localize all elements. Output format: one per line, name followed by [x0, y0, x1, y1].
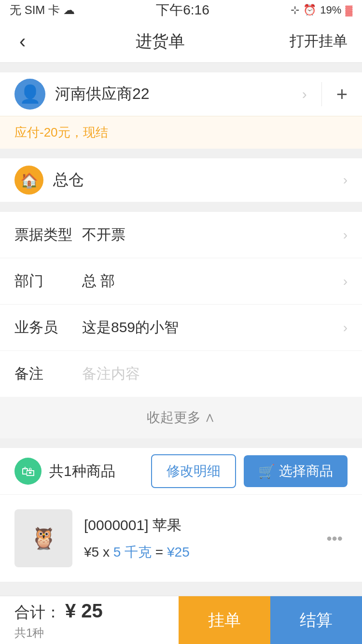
owl-icon: 🦉 — [30, 526, 57, 551]
unit-price: ¥5 — [84, 545, 99, 560]
price-x: x — [103, 545, 113, 560]
product-icon-wrap: 🛍 — [14, 458, 42, 485]
product-item: 🦉 [0000001] 苹果 ¥5 x 5 千克 = ¥25 ••• — [0, 494, 362, 582]
total-label: 合计： — [14, 603, 61, 621]
select-product-button[interactable]: 🛒 选择商品 — [244, 455, 348, 487]
cart-icon: 🛒 — [258, 463, 275, 479]
total-price: ¥25 — [167, 545, 190, 560]
supplier-chevron-icon: › — [302, 86, 307, 102]
back-button[interactable]: ‹ — [14, 26, 30, 57]
warehouse-row[interactable]: 🏠 总仓 › — [0, 158, 362, 202]
status-bar: 无 SIM 卡 ☁ 下午6:16 ⊹ ⏰ 19% ▓ — [0, 0, 362, 20]
unit: 千克 — [125, 545, 152, 560]
product-thumbnail: 🦉 — [14, 509, 72, 567]
quantity: 5 — [113, 545, 121, 560]
open-pending-button[interactable]: 打开挂单 — [290, 31, 348, 51]
total-main-row: 合计： ¥ 25 — [14, 600, 164, 623]
select-product-label: 选择商品 — [279, 462, 333, 480]
form-row-remark[interactable]: 备注 备注内容 — [0, 350, 362, 397]
form-row-salesman[interactable]: 业务员 这是859的小智 › — [0, 304, 362, 350]
total-count: 共1种 — [14, 625, 164, 641]
total-amount: ¥ 25 — [65, 600, 103, 621]
gap-4 — [0, 438, 362, 448]
total-area: 合计： ¥ 25 共1种 — [0, 600, 179, 641]
nav-bar: ‹ 进货单 打开挂单 — [0, 20, 362, 63]
product-price-row: ¥5 x 5 千克 = ¥25 — [84, 543, 310, 561]
page-title: 进货单 — [136, 30, 185, 53]
invoice-value: 不开票 — [82, 225, 343, 245]
gap-1 — [0, 63, 362, 72]
collapse-toggle[interactable]: 收起更多 ∧ — [0, 397, 362, 438]
product-code: [0000001] — [84, 517, 148, 533]
supplier-section: 👤 河南供应商22 › + 应付-20元，现结 — [0, 72, 362, 149]
warehouse-chevron-icon: › — [343, 172, 348, 188]
alarm-icon: ⏰ — [303, 4, 316, 16]
product-count-label: 共1种商品 — [49, 462, 151, 481]
status-right: ⊹ ⏰ 19% ▓ — [291, 4, 352, 16]
status-left: 无 SIM 卡 ☁ — [10, 2, 75, 18]
supplier-row[interactable]: 👤 河南供应商22 › + — [0, 72, 362, 116]
bottom-toolbar: 合计： ¥ 25 共1种 挂单 结算 — [0, 596, 362, 644]
sim-status: 无 SIM 卡 ☁ — [10, 2, 75, 18]
supplier-avatar-icon: 👤 — [19, 84, 41, 104]
battery-icon: ▓ — [345, 5, 352, 16]
battery-level: 19% — [320, 4, 341, 16]
invoice-label: 票据类型 — [14, 225, 82, 245]
supplier-notice: 应付-20元，现结 — [0, 116, 362, 149]
warehouse-label: 总仓 — [53, 169, 343, 191]
salesman-chevron-icon: › — [343, 320, 348, 336]
department-value: 总 部 — [82, 271, 343, 291]
product-section: 🛍 共1种商品 修改明细 🛒 选择商品 🦉 [0000001] 苹果 ¥5 — [0, 448, 362, 582]
product-bag-icon: 🛍 — [21, 463, 35, 479]
remark-input[interactable]: 备注内容 — [82, 364, 348, 384]
warehouse-icon-wrap: 🏠 — [14, 166, 43, 195]
status-time: 下午6:16 — [156, 1, 209, 19]
warehouse-section: 🏠 总仓 › — [0, 158, 362, 202]
product-title: 苹果 — [153, 517, 181, 533]
form-section: 票据类型 不开票 › 部门 总 部 › 业务员 这是859的小智 › 备注 备注… — [0, 211, 362, 397]
gap-2 — [0, 149, 362, 158]
product-more-button[interactable]: ••• — [321, 525, 348, 552]
gap-3 — [0, 202, 362, 211]
warehouse-icon: 🏠 — [20, 172, 38, 189]
form-row-department[interactable]: 部门 总 部 › — [0, 258, 362, 304]
salesman-label: 业务员 — [14, 318, 82, 337]
product-info: [0000001] 苹果 ¥5 x 5 千克 = ¥25 — [84, 516, 310, 561]
remark-label: 备注 — [14, 364, 82, 384]
invoice-chevron-icon: › — [343, 227, 348, 243]
department-label: 部门 — [14, 271, 82, 291]
equals-sign: = — [155, 545, 167, 560]
settle-button[interactable]: 结算 — [270, 596, 362, 644]
add-supplier-button[interactable]: + — [321, 82, 348, 106]
hang-order-button[interactable]: 挂单 — [179, 596, 270, 644]
supplier-name: 河南供应商22 — [55, 84, 302, 105]
product-header: 🛍 共1种商品 修改明细 🛒 选择商品 — [0, 448, 362, 494]
salesman-value: 这是859的小智 — [82, 318, 343, 337]
supplier-avatar: 👤 — [14, 79, 45, 110]
edit-detail-button[interactable]: 修改明细 — [151, 454, 236, 488]
form-row-invoice[interactable]: 票据类型 不开票 › — [0, 211, 362, 258]
department-chevron-icon: › — [343, 274, 348, 289]
product-name: [0000001] 苹果 — [84, 516, 310, 535]
location-icon: ⊹ — [291, 4, 299, 16]
